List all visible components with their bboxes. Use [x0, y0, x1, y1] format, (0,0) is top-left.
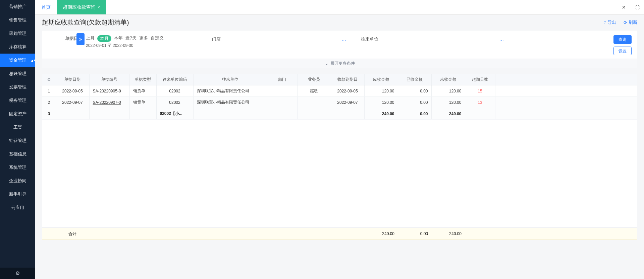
preset-custom[interactable]: 自定义	[151, 35, 164, 42]
store-input[interactable]	[224, 35, 338, 43]
sidebar-item-fixed-assets[interactable]: 固定资产	[0, 107, 35, 121]
tab-overdue-receivables[interactable]: 超期应收款查询 ×	[57, 0, 106, 14]
partner-input[interactable]	[382, 35, 496, 43]
cell-partner-code: 02002	[156, 97, 193, 108]
cell-days: 13	[465, 97, 495, 108]
col-dept[interactable]: 部门	[267, 74, 297, 85]
sidebar-item-gl[interactable]: 总账管理	[0, 67, 35, 80]
col-overdue-days[interactable]: 超期天数	[465, 74, 495, 85]
tab-home[interactable]: 首页	[35, 0, 57, 14]
col-settings[interactable]	[42, 74, 56, 85]
cell-partner: 深圳联宝小精品有限责任公司	[193, 97, 267, 108]
data-table-wrap: 单据日期 单据编号 单据类型 往来单位编码 往来单位 部门 业务员 收款到期日 …	[42, 74, 637, 228]
cell-partner-code: 02002	[156, 85, 193, 97]
sidebar-item-label: 资金管理	[9, 57, 26, 63]
total-recv: 240.00	[364, 231, 398, 236]
sidebar-item-payroll[interactable]: 工资	[0, 121, 35, 134]
filter-collapse-toggle[interactable]	[76, 33, 85, 45]
expand-filter-button[interactable]: 展开更多条件	[42, 59, 637, 68]
sidebar-item-system[interactable]: 系统管理	[0, 161, 35, 174]
cell-unpaid: 120.00	[431, 85, 465, 97]
sidebar-nav: 营销推广 销售管理 采购管理 库存核算 资金管理 总账管理 发票管理 税务管理 …	[0, 0, 35, 268]
preset-this-year[interactable]: 本年	[114, 35, 123, 42]
chevrons-down-icon	[325, 61, 329, 66]
sidebar-item-purchase[interactable]: 采购管理	[0, 27, 35, 40]
cell-paid: 0.00	[398, 108, 431, 120]
cell-recv: 120.00	[364, 85, 398, 97]
preset-last7[interactable]: 近7天	[125, 35, 137, 42]
sidebar-item-cloud[interactable]: 云应用	[0, 201, 35, 214]
partner-label: 往来单位	[360, 36, 378, 42]
col-due[interactable]: 收款到期日	[331, 74, 364, 85]
settings-button[interactable]: 设置	[613, 47, 632, 55]
col-sales[interactable]: 业务员	[297, 74, 331, 85]
col-type[interactable]: 单据类型	[129, 74, 156, 85]
cell-idx: 3	[42, 108, 56, 120]
close-icon	[622, 5, 626, 10]
export-label: 导出	[607, 19, 616, 25]
sidebar-item-basic-info[interactable]: 基础信息	[0, 147, 35, 161]
date-from: 2022-09-01	[86, 43, 106, 48]
total-row: 合计 240.00 0.00 240.00	[42, 228, 637, 240]
partner-picker-more[interactable]: …	[499, 37, 504, 42]
sidebar-item-marketing[interactable]: 营销推广	[0, 0, 35, 13]
col-date[interactable]: 单据日期	[56, 74, 89, 85]
docno-link[interactable]: SA-20220907-0	[93, 100, 121, 105]
expand-label: 展开更多条件	[331, 61, 355, 66]
export-button[interactable]: 导出	[604, 19, 616, 25]
preset-more[interactable]: 更多	[139, 35, 148, 42]
col-received[interactable]: 已收金额	[398, 74, 431, 85]
cell-docno[interactable]: SA-20220905-0	[89, 85, 129, 97]
table-row[interactable]: 2 2022-09-07 SA-20220907-0 销货单 02002 深圳联…	[42, 97, 637, 108]
close-tab-button[interactable]	[617, 0, 631, 14]
preset-this-month[interactable]: 本月	[97, 35, 111, 42]
cell-dept	[267, 85, 297, 97]
sidebar-item-invoice[interactable]: 发票管理	[0, 80, 35, 94]
sidebar-item-sales[interactable]: 销售管理	[0, 13, 35, 27]
cell-sales: 赵敏	[297, 85, 331, 97]
preset-prev-month[interactable]: 上月	[86, 35, 95, 42]
sidebar: 营销推广 销售管理 采购管理 库存核算 资金管理 总账管理 发票管理 税务管理 …	[0, 0, 35, 279]
filter-panel: 单据日期 上月 本月 本年 近7天 更多 自定义 2022-09-01 至 20…	[42, 30, 637, 68]
fullscreen-button[interactable]	[631, 0, 644, 14]
col-docno[interactable]: 单据编号	[89, 74, 129, 85]
chevrons-right-icon	[79, 36, 82, 42]
sidebar-item-operations[interactable]: 经营管理	[0, 134, 35, 147]
table-header-row: 单据日期 单据编号 单据类型 往来单位编码 往来单位 部门 业务员 收款到期日 …	[42, 74, 637, 85]
col-receivable[interactable]: 应收金额	[364, 74, 398, 85]
cell-date: 2022-09-05	[56, 85, 89, 97]
sidebar-item-tax[interactable]: 税务管理	[0, 94, 35, 107]
caret-left-icon	[31, 58, 33, 63]
date-presets: 上月 本月 本年 近7天 更多 自定义	[86, 35, 164, 42]
sidebar-settings-button[interactable]	[0, 268, 35, 279]
cell-paid: 0.00	[398, 97, 431, 108]
docno-link[interactable]: SA-20220905-0	[93, 89, 121, 93]
col-unreceived[interactable]: 未收金额	[431, 74, 465, 85]
sidebar-item-collab[interactable]: 企业协同	[0, 174, 35, 188]
date-to-sep: 至	[108, 43, 112, 48]
cell-docno[interactable]: SA-20220907-0	[89, 97, 129, 108]
subtotal-row: 3 02002【小... 240.00 0.00 240.00	[42, 108, 637, 120]
date-range: 2022-09-01 至 2022-09-30	[86, 43, 164, 49]
total-unpaid: 240.00	[431, 231, 465, 236]
cell-dept	[267, 97, 297, 108]
store-picker-more[interactable]: …	[341, 37, 346, 42]
tabbar: 首页 超期应收款查询 ×	[35, 0, 644, 15]
table-row[interactable]: 1 2022-09-05 SA-20220905-0 销货单 02002 深圳联…	[42, 85, 637, 97]
cell-partner-code: 02002【小...	[156, 108, 193, 120]
sidebar-item-funds[interactable]: 资金管理	[0, 54, 35, 67]
refresh-label: 刷新	[629, 19, 637, 25]
page-title: 超期应收款查询(欠款超期清单)	[42, 18, 129, 27]
cell-days: 15	[465, 85, 495, 97]
tab-close-icon[interactable]: ×	[98, 5, 100, 10]
sidebar-item-onboarding[interactable]: 新手引导	[0, 188, 35, 201]
total-paid: 0.00	[398, 231, 431, 236]
refresh-button[interactable]: 刷新	[624, 19, 637, 25]
col-partner[interactable]: 往来单位	[193, 74, 267, 85]
query-button[interactable]: 查询	[613, 35, 632, 44]
cell-type: 销货单	[129, 85, 156, 97]
sidebar-item-inventory[interactable]: 库存核算	[0, 40, 35, 54]
store-label: 门店	[211, 36, 221, 42]
cell-sales	[297, 97, 331, 108]
col-partner-code[interactable]: 往来单位编码	[156, 74, 193, 85]
